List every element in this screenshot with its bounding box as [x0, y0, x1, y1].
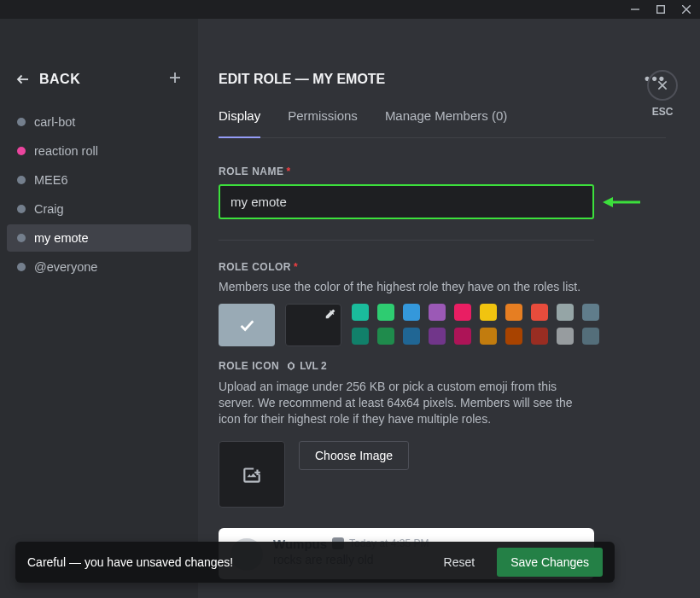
color-default-swatch[interactable] [219, 304, 275, 346]
sidebar-role-item[interactable]: my emote [7, 224, 191, 252]
sidebar-role-item[interactable]: MEE6 [7, 166, 191, 194]
divider [219, 240, 594, 241]
color-swatch[interactable] [582, 304, 599, 321]
role-item-label: my emote [34, 231, 89, 245]
unsaved-text: Careful — you have unsaved changes! [27, 555, 233, 569]
color-swatch[interactable] [557, 328, 574, 345]
sidebar-role-item[interactable]: Craig [7, 195, 191, 223]
color-swatch[interactable] [480, 328, 497, 345]
upload-image-box[interactable] [219, 441, 285, 508]
tab-manage-members[interactable]: Manage Members (0) [385, 108, 507, 137]
check-icon [237, 316, 256, 334]
role-color-dot [17, 118, 26, 126]
color-swatch[interactable] [531, 304, 548, 321]
reset-button[interactable]: Reset [432, 549, 487, 576]
back-button[interactable]: BACK [15, 72, 80, 87]
color-swatch[interactable] [377, 328, 394, 345]
window-titlebar [0, 0, 700, 19]
close-button[interactable] [647, 70, 678, 101]
roles-sidebar: BACK carl-botreaction rollMEE6Craigmy em… [0, 19, 198, 598]
svg-rect-1 [657, 6, 665, 14]
eyedropper-icon [324, 308, 336, 320]
color-swatch[interactable] [531, 328, 548, 345]
tab-permissions[interactable]: Permissions [288, 108, 358, 137]
window-close-icon[interactable] [681, 4, 691, 15]
color-swatch[interactable] [403, 304, 420, 321]
arrow-left-icon [15, 72, 31, 87]
role-color-dot [17, 205, 26, 213]
edit-role-panel: EDIT ROLE — MY EMOTE ••• Display Permiss… [198, 19, 700, 598]
color-swatch[interactable] [352, 328, 369, 345]
unsaved-changes-bar: Careful — you have unsaved changes! Rese… [15, 542, 615, 583]
role-color-help: Members use the color of the highest rol… [219, 280, 666, 293]
color-swatch[interactable] [582, 328, 599, 345]
save-changes-button[interactable]: Save Changes [497, 548, 603, 577]
role-name-input[interactable] [219, 184, 594, 219]
role-color-dot [17, 176, 26, 184]
role-item-label: reaction roll [34, 144, 98, 158]
sidebar-role-item[interactable]: reaction roll [7, 137, 191, 165]
role-item-label: carl-bot [34, 115, 75, 129]
tab-display[interactable]: Display [219, 108, 260, 138]
color-swatch[interactable] [557, 304, 574, 321]
close-icon [656, 78, 669, 92]
back-label: BACK [39, 72, 80, 87]
boost-gem-icon [286, 361, 296, 371]
color-swatch[interactable] [454, 328, 471, 345]
color-custom-swatch[interactable] [285, 304, 341, 346]
color-swatch[interactable] [505, 304, 522, 321]
role-item-label: @everyone [34, 260, 97, 274]
role-color-dot [17, 234, 26, 242]
color-swatch[interactable] [403, 328, 420, 345]
color-swatch[interactable] [377, 304, 394, 321]
role-item-label: MEE6 [34, 173, 68, 187]
role-color-dot [17, 263, 26, 271]
boost-level-badge: LVL 2 [286, 360, 327, 372]
color-swatch[interactable] [429, 304, 446, 321]
add-role-button[interactable] [167, 70, 183, 88]
window-maximize-icon[interactable] [656, 4, 666, 15]
color-swatch[interactable] [429, 328, 446, 345]
role-color-label: ROLE COLOR* [219, 261, 666, 273]
color-swatch[interactable] [352, 304, 369, 321]
window-minimize-icon[interactable] [630, 4, 640, 15]
svg-marker-8 [603, 197, 613, 207]
role-icon-help: Upload an image under 256 KB or pick a c… [219, 379, 594, 427]
color-swatch[interactable] [480, 304, 497, 321]
color-swatch[interactable] [505, 328, 522, 345]
role-name-label: ROLE NAME* [219, 165, 666, 177]
role-item-label: Craig [34, 202, 64, 216]
page-title: EDIT ROLE — MY EMOTE [219, 72, 385, 87]
esc-label: ESC [652, 106, 674, 118]
add-image-icon [241, 463, 263, 485]
tabs: Display Permissions Manage Members (0) [219, 108, 666, 138]
sidebar-role-item[interactable]: carl-bot [7, 108, 191, 136]
choose-image-button[interactable]: Choose Image [299, 441, 409, 470]
highlight-arrow-icon [603, 195, 640, 209]
color-swatch[interactable] [454, 304, 471, 321]
role-color-dot [17, 147, 26, 155]
sidebar-role-item[interactable]: @everyone [7, 253, 191, 281]
role-icon-label: ROLE ICON [219, 360, 279, 372]
plus-icon [167, 70, 183, 85]
